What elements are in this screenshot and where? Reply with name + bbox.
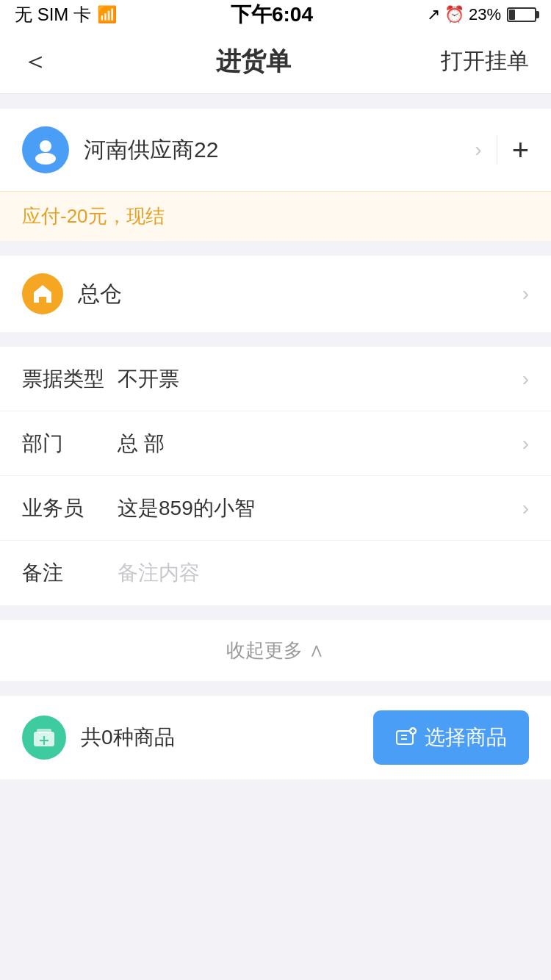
invoice-label: 票据类型 (22, 365, 110, 393)
home-icon (31, 282, 54, 306)
svg-rect-2 (39, 297, 46, 303)
back-button[interactable]: ＜ (22, 43, 66, 79)
supplier-divider (497, 135, 497, 165)
remarks-input[interactable]: 备注内容 (110, 559, 529, 587)
svg-point-1 (35, 153, 56, 165)
location-icon: ↗ (427, 5, 440, 24)
product-count-icon (22, 716, 66, 760)
status-left: 无 SIM 卡 📶 (15, 3, 117, 26)
open-pending-button[interactable]: 打开挂单 (441, 46, 529, 76)
invoice-row[interactable]: 票据类型 不开票 › (0, 347, 551, 411)
remarks-label: 备注 (22, 559, 110, 587)
product-count-text: 共0种商品 (81, 724, 359, 752)
wifi-icon: 📶 (97, 5, 117, 24)
no-sim-text: 无 SIM 卡 (15, 3, 91, 26)
battery-text: 23% (469, 5, 501, 24)
notice-row: 应付-20元，现结 (0, 191, 551, 241)
dept-label: 部门 (22, 430, 110, 458)
warehouse-name: 总仓 (78, 279, 522, 309)
dept-row[interactable]: 部门 总 部 › (0, 411, 551, 476)
section-gap-2 (0, 241, 551, 256)
salesman-label: 业务员 (22, 494, 110, 522)
supplier-row[interactable]: 河南供应商22 › + (0, 109, 551, 191)
content: 河南供应商22 › + 应付-20元，现结 总仓 › 票据类型 (0, 94, 551, 779)
add-button[interactable]: + (512, 134, 529, 167)
status-time: 下午6:04 (231, 1, 313, 29)
salesman-value: 这是859的小智 (110, 494, 522, 522)
invoice-chevron-icon: › (522, 367, 529, 391)
alarm-icon: ⏰ (444, 5, 464, 24)
notice-text: 应付-20元，现结 (22, 205, 165, 227)
bottom-bar: 共0种商品 选择商品 (0, 696, 551, 779)
dept-chevron-icon: › (522, 432, 529, 455)
supplier-chevron-icon: › (475, 138, 481, 162)
status-bar: 无 SIM 卡 📶 下午6:04 ↗ ⏰ 23% (0, 0, 551, 29)
salesman-row[interactable]: 业务员 这是859的小智 › (0, 476, 551, 541)
warehouse-icon (22, 273, 63, 314)
warehouse-row[interactable]: 总仓 › (0, 256, 551, 332)
select-product-button[interactable]: 选择商品 (373, 710, 529, 765)
warehouse-card: 总仓 › (0, 256, 551, 332)
invoice-value: 不开票 (110, 365, 522, 393)
supplier-name: 河南供应商22 (84, 135, 475, 165)
avatar-icon (31, 135, 60, 165)
salesman-chevron-icon: › (522, 497, 529, 520)
warehouse-chevron-icon: › (522, 282, 529, 306)
svg-point-0 (40, 140, 51, 152)
supplier-card: 河南供应商22 › + 应付-20元，现结 (0, 109, 551, 241)
select-product-icon (395, 727, 417, 749)
collapse-label: 收起更多 ∧ (226, 639, 324, 661)
remarks-row[interactable]: 备注 备注内容 (0, 541, 551, 605)
battery-icon (507, 7, 536, 22)
page-title: 进货单 (216, 45, 291, 79)
collapse-row[interactable]: 收起更多 ∧ (0, 620, 551, 681)
cart-icon (31, 724, 57, 751)
supplier-avatar (22, 126, 69, 173)
form-section: 票据类型 不开票 › 部门 总 部 › 业务员 这是859的小智 › 备注 备注… (0, 347, 551, 605)
status-right: ↗ ⏰ 23% (427, 5, 536, 24)
svg-rect-4 (37, 729, 51, 733)
dept-value: 总 部 (110, 430, 522, 458)
nav-bar: ＜ 进货单 打开挂单 (0, 29, 551, 94)
select-product-label: 选择商品 (425, 724, 507, 752)
section-gap-1 (0, 94, 551, 109)
